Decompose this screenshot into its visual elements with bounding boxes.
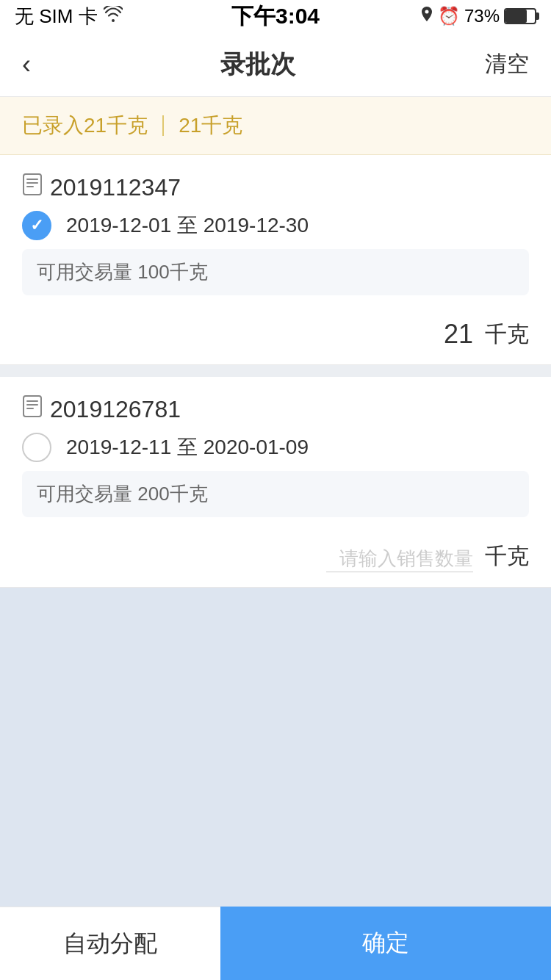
batch-number-2: 2019126781 — [50, 396, 181, 423]
batch-doc-icon-2 — [22, 394, 43, 424]
batch-availability-1: 可用交易量 100千克 — [22, 249, 529, 295]
battery-icon — [504, 8, 536, 24]
wifi-icon — [104, 6, 123, 26]
sim-text: 无 SIM 卡 — [15, 4, 98, 29]
batch-number-1: 2019112347 — [50, 174, 181, 201]
confirm-button[interactable]: 确定 — [220, 907, 551, 980]
empty-area — [0, 588, 551, 955]
summary-divider — [162, 115, 164, 136]
battery-percent: 73% — [464, 6, 500, 26]
auto-distribute-button[interactable]: 自动分配 — [0, 907, 220, 980]
card-divider — [0, 365, 551, 377]
location-icon — [420, 6, 433, 26]
batch-availability-2: 可用交易量 200千克 — [22, 471, 529, 517]
batch-card-2: 2019126781 2019-12-11 至 2020-01-09 可用交易量… — [0, 377, 551, 588]
batch-header-2: 2019126781 — [0, 377, 551, 433]
batch-header-1: 2019112347 — [0, 155, 551, 211]
batch-card-1: 2019112347 2019-12-01 至 2019-12-30 可用交易量… — [0, 155, 551, 365]
svg-rect-6 — [26, 404, 38, 406]
clear-button[interactable]: 清空 — [485, 49, 529, 79]
summary-banner: 已录入21千克 21千克 — [0, 97, 551, 155]
back-button[interactable]: ‹ — [22, 49, 31, 80]
time-display: 下午3:04 — [231, 1, 320, 32]
svg-rect-1 — [26, 179, 38, 180]
batch-date-row-2[interactable]: 2019-12-11 至 2020-01-09 — [0, 433, 551, 471]
batch-date-row-1[interactable]: 2019-12-01 至 2019-12-30 — [0, 211, 551, 249]
status-right: ⏰ 73% — [420, 6, 536, 26]
page-title: 录批次 — [220, 48, 295, 82]
quantity-unit-1: 千克 — [485, 320, 529, 350]
svg-rect-5 — [26, 400, 38, 402]
batch-date-2: 2019-12-11 至 2020-01-09 — [66, 433, 309, 461]
quantity-value-1: 21 — [444, 319, 473, 350]
quantity-unit-2: 千克 — [485, 541, 529, 572]
batch-date-1: 2019-12-01 至 2019-12-30 — [66, 212, 309, 239]
svg-rect-2 — [26, 182, 38, 184]
alarm-icon: ⏰ — [438, 6, 460, 26]
batch-doc-icon-1 — [22, 173, 43, 202]
status-left: 无 SIM 卡 — [15, 4, 123, 29]
bottom-buttons: 自动分配 确定 — [0, 907, 551, 980]
quantity-row-2[interactable]: 千克 — [0, 529, 551, 588]
nav-bar: ‹ 录批次 清空 — [0, 32, 551, 97]
radio-btn-1[interactable] — [22, 211, 51, 240]
summary-value: 21千克 — [179, 112, 242, 140]
status-bar: 无 SIM 卡 下午3:04 ⏰ 73% — [0, 0, 551, 32]
radio-btn-2[interactable] — [22, 433, 51, 462]
quantity-row-1: 21 千克 — [0, 307, 551, 365]
svg-rect-0 — [24, 174, 41, 195]
summary-label: 已录入21千克 — [22, 112, 148, 140]
svg-rect-4 — [24, 396, 41, 417]
svg-rect-3 — [26, 186, 34, 187]
quantity-input-2[interactable] — [326, 541, 473, 572]
svg-rect-7 — [26, 408, 34, 409]
